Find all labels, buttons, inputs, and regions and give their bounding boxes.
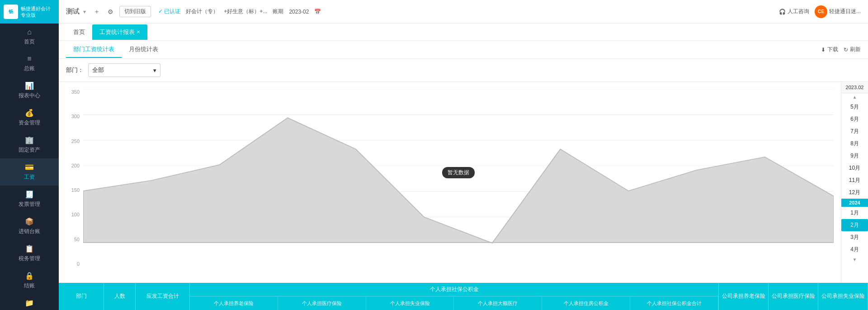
date-month-7[interactable]: 7月 [841,125,868,138]
sidebar-item-invoice[interactable]: 🧾 发票管理 [0,186,59,213]
th-gross-pay: 应发工资合计 [136,283,190,310]
filter-label: 部门： [66,66,84,74]
download-icon: ⬇ [821,47,826,53]
sidebar-item-payroll[interactable]: 💳 工资 [0,158,59,186]
avatar: CE [815,5,827,18]
th-personal-pension: 个人承担养老保险 [190,296,278,310]
sidebar-item-label: 进销台账 [19,228,40,235]
period-label: 账期 [273,8,283,15]
sidebar: 畅 畅捷通好会计 专业版 ⌂ 首页 ≡ 总账 📊 报表中心 💰 资金管理 🏢 固… [0,0,59,310]
chart-with-dates: 0 50 100 150 200 250 300 350 [59,82,868,283]
date-month-2-active[interactable]: 2月 [841,219,868,231]
assets-icon: 🏢 [25,136,34,144]
main-panel: 测试 ▾ ＋ ⚙ 切到旧版 ✓ 已认证 好会计（专） +好生意（标）+... 账… [59,0,868,310]
sidebar-item-archive[interactable]: 📁 归档管理 [0,294,59,310]
department-select[interactable]: 全部 ▾ [88,63,160,77]
th-personal-unemployment: 个人承担失业保险 [366,296,454,310]
th-personal-bigmedical: 个人承担大额医疗 [454,296,542,310]
sidebar-item-home[interactable]: ⌂ 首页 [0,24,59,50]
tab-close-icon[interactable]: ✕ [137,29,140,34]
headset-icon: 🎧 [779,9,786,15]
topbar-actions: ＋ ⚙ [91,6,116,17]
settings-button[interactable]: ⚙ [105,6,116,17]
username-label: 轻捷通日迷... [829,8,861,15]
date-nav-down[interactable]: ▼ [841,256,868,263]
tab-payroll-stats[interactable]: 工资统计报表 ✕ [92,24,147,40]
filter-value: 全部 [92,66,104,74]
sidebar-item-assets[interactable]: 🏢 固定资产 [0,131,59,158]
subtab-right: ⬇ 下载 ↻ 刷新 [821,46,861,53]
table-header: 部门 人数 应发工资合计 个人承担社保公积金 个人承担养老保险 个人承担医疗保险… [59,283,868,310]
date-panel-header: 2023.02 [841,82,868,93]
topbar-right: 🎧 人工咨询 CE 轻捷通日迷... [779,5,861,18]
th-group-personal: 个人承担社保公积金 个人承担养老保险 个人承担医疗保险 个人承担失业保险 个人承… [190,283,719,310]
date-panel: 2023.02 ▲ 5月 6月 7月 8月 9月 10月 11月 12月 202… [841,82,868,283]
y-label-300: 300 [66,114,82,119]
service-button[interactable]: 🎧 人工咨询 [779,8,809,15]
sidebar-item-label: 资金管理 [19,119,40,127]
tab-payroll-stats-label: 工资统计报表 [99,28,135,36]
subtab-monthly-stats[interactable]: 月份统计表 [122,42,165,58]
sidebar-item-label: 结账 [24,282,35,290]
sidebar-item-label: 总账 [24,65,35,72]
sidebar-item-ledger[interactable]: ≡ 总账 [0,50,59,77]
th-group-personal-children: 个人承担养老保险 个人承担医疗保险 个人承担失业保险 个人承担大额医疗 个人承担… [190,296,718,310]
logo-icon: 畅 [4,5,18,19]
date-month-12[interactable]: 12月 [841,186,868,199]
subtab-monthly-label: 月份统计表 [129,46,158,52]
th-personal-housing: 个人承担住房公积金 [542,296,630,310]
ledger-icon: ≡ [27,55,31,63]
sidebar-item-inventory[interactable]: 📦 进销台账 [0,213,59,240]
sidebar-item-closing[interactable]: 🔒 结账 [0,267,59,294]
period-value: 2023-02 [289,9,309,15]
avatar-initials: CE [818,9,824,14]
date-month-5[interactable]: 5月 [841,101,868,113]
th-company-medical: 公司承担医疗保险 [769,283,818,310]
dropdown-arrow-icon[interactable]: ▾ [83,9,86,15]
payroll-icon: 💳 [25,163,34,172]
date-nav-up[interactable]: ▲ [841,93,868,101]
sidebar-item-funds[interactable]: 💰 资金管理 [0,104,59,131]
chart-svg [83,89,834,267]
sidebar-item-label: 首页 [24,38,35,46]
chart-container: 0 50 100 150 200 250 300 350 [59,82,841,283]
tabbar: 首页 工资统计报表 ✕ [59,24,868,41]
date-month-6[interactable]: 6月 [841,113,868,125]
th-personal-medical: 个人承担医疗保险 [278,296,366,310]
year-2024-badge: 2024 [841,199,868,207]
date-month-10[interactable]: 10月 [841,162,868,174]
date-month-3[interactable]: 3月 [841,231,868,243]
sidebar-item-label: 发票管理 [19,200,40,208]
sidebar-item-label: 工资 [24,173,35,181]
sidebar-item-reports[interactable]: 📊 报表中心 [0,77,59,104]
calendar-icon[interactable]: 📅 [314,9,321,15]
tab-home[interactable]: 首页 [66,24,92,40]
th-company-pension: 公司承担养老保险 [719,283,769,310]
y-label-150: 150 [66,187,82,193]
old-version-button[interactable]: 切到旧版 [119,6,151,17]
closing-icon: 🔒 [25,272,34,280]
sidebar-item-label: 报表中心 [19,92,40,100]
reports-icon: 📊 [25,81,34,90]
add-button[interactable]: ＋ [91,6,102,17]
date-month-1[interactable]: 1月 [841,207,868,219]
funds-icon: 💰 [25,109,34,117]
topbar: 测试 ▾ ＋ ⚙ 切到旧版 ✓ 已认证 好会计（专） +好生意（标）+... 账… [59,0,868,24]
y-label-250: 250 [66,138,82,144]
date-month-8[interactable]: 8月 [841,138,868,150]
sidebar-item-tax[interactable]: 📋 税务管理 [0,240,59,267]
date-month-11[interactable]: 11月 [841,174,868,186]
date-month-9[interactable]: 9月 [841,150,868,162]
user-profile[interactable]: CE 轻捷通日迷... [815,5,861,18]
y-label-200: 200 [66,163,82,168]
subtab-dept-stats[interactable]: 部门工资统计表 [66,42,122,58]
service-label: 人工咨询 [788,8,809,15]
refresh-button[interactable]: ↻ 刷新 [844,46,861,53]
y-label-100: 100 [66,212,82,217]
th-dept: 部门 [59,283,104,310]
date-month-4[interactable]: 4月 [841,243,868,256]
refresh-icon: ↻ [844,47,848,53]
th-personal-total: 个人承担社保公积金合计 [630,296,718,310]
download-button[interactable]: ⬇ 下载 [821,46,838,53]
home-icon: ⌂ [27,28,32,36]
